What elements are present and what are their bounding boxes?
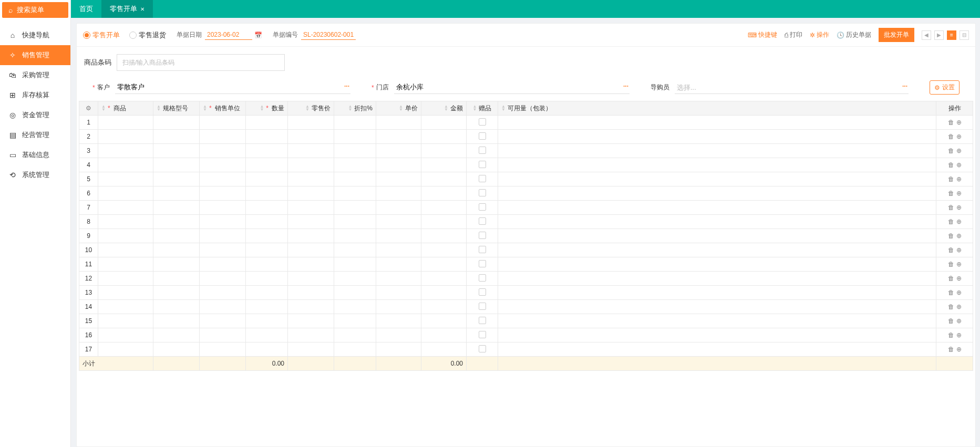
add-row-icon[interactable]: ⊕ <box>956 133 962 140</box>
gift-checkbox[interactable] <box>479 232 486 239</box>
add-row-icon[interactable]: ⊕ <box>956 119 962 126</box>
delete-icon[interactable]: 🗑 <box>948 147 954 154</box>
prev-icon[interactable]: ◀ <box>922 30 931 40</box>
radio-retail-return[interactable]: 零售退货 <box>129 30 166 40</box>
store-input[interactable] <box>394 81 630 94</box>
col-product[interactable]: ▲▼*商品 <box>98 101 153 116</box>
add-row-icon[interactable]: ⊕ <box>956 147 962 154</box>
menu-funds[interactable]: ◎资金管理 <box>0 105 70 125</box>
gift-checkbox[interactable] <box>479 331 486 338</box>
gift-checkbox[interactable] <box>479 147 486 154</box>
add-row-icon[interactable]: ⊕ <box>956 261 962 268</box>
gift-checkbox[interactable] <box>479 217 486 225</box>
table-row[interactable]: 12🗑⊕ <box>79 272 973 286</box>
gift-checkbox[interactable] <box>479 132 486 140</box>
delete-icon[interactable]: 🗑 <box>948 317 954 325</box>
delete-icon[interactable]: 🗑 <box>948 303 954 310</box>
gift-checkbox[interactable] <box>479 260 486 267</box>
gift-checkbox[interactable] <box>479 118 486 126</box>
add-row-icon[interactable]: ⊕ <box>956 204 962 211</box>
col-unit[interactable]: ▲▼*销售单位 <box>200 101 246 116</box>
delete-icon[interactable]: 🗑 <box>948 161 954 169</box>
menu-purchase[interactable]: 🛍采购管理 <box>0 65 70 85</box>
gift-checkbox[interactable] <box>479 203 486 211</box>
add-row-icon[interactable]: ⊕ <box>956 289 962 296</box>
barcode-input[interactable] <box>117 54 285 71</box>
table-row[interactable]: 15🗑⊕ <box>79 314 973 328</box>
col-discount[interactable]: ▲▼折扣% <box>334 101 376 116</box>
tab-retail-order[interactable]: 零售开单✕ <box>101 0 153 18</box>
gift-checkbox[interactable] <box>479 189 486 196</box>
close-icon[interactable]: ✕ <box>140 6 145 12</box>
table-row[interactable]: 4🗑⊕ <box>79 158 973 172</box>
add-row-icon[interactable]: ⊕ <box>956 346 962 353</box>
table-row[interactable]: 2🗑⊕ <box>79 130 973 144</box>
menu-system[interactable]: ⟲系统管理 <box>0 165 70 185</box>
delete-icon[interactable]: 🗑 <box>948 190 954 197</box>
settings-button[interactable]: ⚙设置 <box>930 80 960 95</box>
col-gift[interactable]: ▲▼赠品 <box>467 101 498 116</box>
customer-input[interactable] <box>115 81 350 94</box>
search-menu-button[interactable]: ⌕ 搜索菜单 <box>2 2 68 18</box>
add-row-icon[interactable]: ⊕ <box>956 331 962 339</box>
ellipsis-icon[interactable]: ··· <box>623 82 628 90</box>
col-amount[interactable]: ▲▼金额 <box>421 101 467 116</box>
add-row-icon[interactable]: ⊕ <box>956 303 962 310</box>
menu-business[interactable]: ▤经营管理 <box>0 125 70 145</box>
delete-icon[interactable]: 🗑 <box>948 119 954 126</box>
add-row-icon[interactable]: ⊕ <box>956 190 962 197</box>
gift-checkbox[interactable] <box>479 345 486 352</box>
delete-icon[interactable]: 🗑 <box>948 246 954 254</box>
delete-icon[interactable]: 🗑 <box>948 261 954 268</box>
ellipsis-icon[interactable]: ··· <box>344 82 349 90</box>
table-row[interactable]: 5🗑⊕ <box>79 172 973 186</box>
delete-icon[interactable]: 🗑 <box>948 331 954 339</box>
operate-action[interactable]: ✲操作 <box>810 30 829 39</box>
table-row[interactable]: 10🗑⊕ <box>79 243 973 257</box>
gift-checkbox[interactable] <box>479 317 486 324</box>
calendar-icon[interactable]: 📅 <box>254 32 262 39</box>
next-icon[interactable]: ▶ <box>934 30 944 40</box>
add-row-icon[interactable]: ⊕ <box>956 232 962 240</box>
add-row-icon[interactable]: ⊕ <box>956 275 962 282</box>
delete-icon[interactable]: 🗑 <box>948 289 954 296</box>
table-row[interactable]: 17🗑⊕ <box>79 342 973 357</box>
gift-checkbox[interactable] <box>479 288 486 296</box>
table-row[interactable]: 14🗑⊕ <box>79 300 973 314</box>
delete-icon[interactable]: 🗑 <box>948 204 954 211</box>
table-row[interactable]: 11🗑⊕ <box>79 257 973 272</box>
list-view-icon[interactable]: ≡ <box>947 30 956 40</box>
col-available[interactable]: ▲▼可用量（包装） <box>498 101 936 116</box>
col-retail-price[interactable]: ▲▼零售价 <box>288 101 334 116</box>
shortcut-action[interactable]: ⌨快捷键 <box>748 30 777 39</box>
table-row[interactable]: 3🗑⊕ <box>79 144 973 158</box>
table-row[interactable]: 13🗑⊕ <box>79 286 973 300</box>
gift-checkbox[interactable] <box>479 175 486 182</box>
add-row-icon[interactable]: ⊕ <box>956 175 962 183</box>
delete-icon[interactable]: 🗑 <box>948 133 954 140</box>
batch-order-button[interactable]: 批发开单 <box>879 28 914 42</box>
add-row-icon[interactable]: ⊕ <box>956 317 962 325</box>
table-row[interactable]: 8🗑⊕ <box>79 215 973 229</box>
ellipsis-icon[interactable]: ··· <box>902 82 907 90</box>
table-row[interactable]: 7🗑⊕ <box>79 201 973 215</box>
col-gear[interactable]: ⚙ <box>79 101 98 116</box>
col-spec[interactable]: ▲▼规格型号 <box>153 101 200 116</box>
tab-home[interactable]: 首页 <box>71 0 101 18</box>
add-row-icon[interactable]: ⊕ <box>956 246 962 254</box>
delete-icon[interactable]: 🗑 <box>948 232 954 240</box>
delete-icon[interactable]: 🗑 <box>948 218 954 225</box>
menu-inventory[interactable]: ⊞库存核算 <box>0 85 70 105</box>
add-row-icon[interactable]: ⊕ <box>956 161 962 169</box>
table-row[interactable]: 16🗑⊕ <box>79 328 973 342</box>
delete-icon[interactable]: 🗑 <box>948 175 954 183</box>
gift-checkbox[interactable] <box>479 161 486 168</box>
table-row[interactable]: 9🗑⊕ <box>79 229 973 243</box>
radio-retail-order[interactable]: 零售开单 <box>83 30 120 40</box>
gift-checkbox[interactable] <box>479 274 486 282</box>
table-row[interactable]: 6🗑⊕ <box>79 186 973 201</box>
delete-icon[interactable]: 🗑 <box>948 346 954 353</box>
table-row[interactable]: 1🗑⊕ <box>79 116 973 130</box>
gift-checkbox[interactable] <box>479 246 486 253</box>
guide-input[interactable] <box>675 81 909 94</box>
